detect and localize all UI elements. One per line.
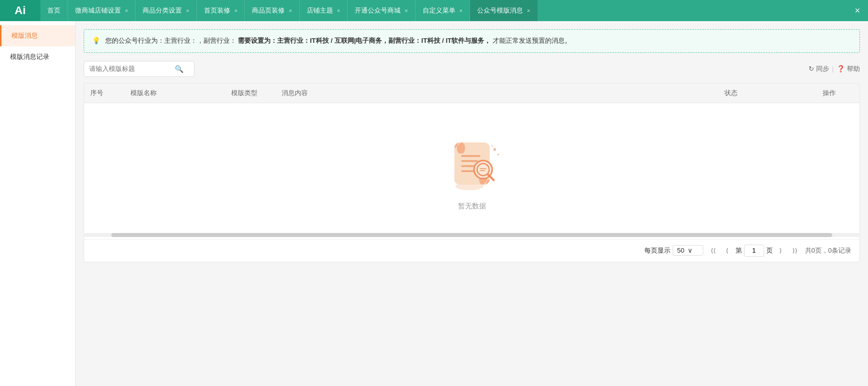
- svg-point-12: [491, 145, 493, 146]
- col-content: 消息内容: [276, 84, 718, 103]
- top-nav: Ai 首页微商城店铺设置×商品分类设置×首页装修×商品页装修×店铺主题×开通公众…: [0, 0, 868, 21]
- nav-tab-2[interactable]: 商品分类设置×: [136, 0, 196, 21]
- search-bar-left: 🔍: [84, 61, 194, 77]
- help-icon: ❓: [837, 65, 845, 72]
- next-page-button[interactable]: ⟩: [775, 245, 787, 257]
- content-area: 💡 您的公众号行业为：主营行业：，副营行业： 需要设置为：主营行业：IT科技 /…: [76, 21, 868, 386]
- nav-tab-7[interactable]: 自定义菜单×: [416, 0, 470, 21]
- notice-text-prefix: 您的公众号行业为：主营行业：，副营行业：: [105, 37, 236, 44]
- prev-page-button[interactable]: ⟨: [721, 245, 733, 257]
- notice-icon: 💡: [92, 37, 100, 44]
- nav-tab-5[interactable]: 店铺主题×: [300, 0, 348, 21]
- notice-highlight: 需要设置为：主营行业：IT科技 / 互联网|电子商务，副营行业：IT科技 / I…: [238, 37, 491, 44]
- nav-tab-3[interactable]: 首页装修×: [197, 0, 245, 21]
- search-bar-right: ↻ 同步 | ❓ 帮助: [809, 64, 860, 73]
- pagination: 每页显示 50 ∨ ⟨⟨ ⟨ 第 页 ⟩ ⟩⟩ 共0页，0条记录: [84, 239, 859, 262]
- logo: Ai: [0, 0, 40, 21]
- tab-close-icon-4[interactable]: ×: [289, 8, 292, 14]
- page-total: 共0页，0条记录: [805, 246, 851, 255]
- sidebar-item-0[interactable]: 模版消息: [0, 25, 75, 46]
- tab-close-icon-7[interactable]: ×: [459, 8, 462, 14]
- table-container: 序号 模版名称 模版类型 消息内容 状态 操作: [84, 83, 860, 262]
- sidebar-item-1[interactable]: 模版消息记录: [0, 46, 75, 67]
- sync-label: 同步: [816, 64, 829, 73]
- page-size-label: 每页显示: [644, 246, 671, 255]
- page-unit: 页: [766, 246, 773, 255]
- col-action: 操作: [799, 84, 859, 103]
- svg-point-10: [493, 148, 496, 150]
- divider: |: [832, 65, 834, 72]
- page-size-dropdown[interactable]: 50 ∨: [673, 245, 703, 256]
- main-layout: 模版消息模版消息记录 💡 您的公众号行业为：主营行业：，副营行业： 需要设置为：…: [0, 21, 868, 386]
- sync-icon: ↻: [809, 65, 814, 72]
- nav-close-button[interactable]: ×: [847, 0, 868, 21]
- page-size-value: 50: [677, 247, 684, 254]
- search-icon[interactable]: 🔍: [175, 65, 187, 73]
- tab-close-icon-6[interactable]: ×: [405, 8, 408, 14]
- page-number-input[interactable]: [744, 245, 764, 257]
- page-label: 第: [736, 246, 742, 255]
- nav-tab-8[interactable]: 公众号模版消息×: [470, 0, 538, 21]
- search-input-wrapper: 🔍: [84, 61, 194, 77]
- scrollbar-track[interactable]: [84, 233, 859, 237]
- scrollbar-thumb[interactable]: [111, 233, 832, 237]
- chevron-down-icon: ∨: [688, 247, 693, 254]
- tab-close-icon-8[interactable]: ×: [527, 8, 530, 14]
- col-status: 状态: [718, 84, 799, 103]
- page-nav: ⟨⟨ ⟨ 第 页 ⟩ ⟩⟩: [707, 245, 801, 257]
- empty-illustration: [442, 133, 502, 194]
- page-size-select: 每页显示 50 ∨: [644, 245, 703, 256]
- svg-point-11: [497, 153, 499, 155]
- tab-close-icon-1[interactable]: ×: [125, 8, 128, 14]
- sync-button[interactable]: ↻ 同步: [809, 64, 829, 73]
- tab-close-icon-5[interactable]: ×: [337, 8, 340, 14]
- nav-tab-4[interactable]: 商品页装修×: [245, 0, 299, 21]
- empty-state: 暂无数据: [84, 103, 859, 231]
- tab-close-icon-2[interactable]: ×: [186, 8, 189, 14]
- search-bar: 🔍 ↻ 同步 | ❓ 帮助: [84, 61, 860, 77]
- sidebar: 模版消息模版消息记录: [0, 21, 76, 386]
- col-type: 模版类型: [225, 84, 276, 103]
- svg-point-6: [477, 164, 489, 176]
- col-seq: 序号: [84, 84, 124, 103]
- search-input[interactable]: [84, 65, 175, 72]
- nav-tab-1[interactable]: 微商城店铺设置×: [68, 0, 136, 21]
- last-page-button[interactable]: ⟩⟩: [789, 245, 801, 257]
- col-name: 模版名称: [124, 84, 225, 103]
- empty-text: 暂无数据: [458, 202, 486, 211]
- first-page-button[interactable]: ⟨⟨: [707, 245, 719, 257]
- tab-close-icon-3[interactable]: ×: [234, 8, 237, 14]
- help-label: 帮助: [847, 64, 860, 73]
- table-header: 序号 模版名称 模版类型 消息内容 状态 操作: [84, 84, 859, 103]
- notice-text-suffix: 才能正常发送预置的消息。: [493, 37, 571, 44]
- help-button[interactable]: ❓ 帮助: [837, 64, 860, 73]
- nav-tab-0[interactable]: 首页: [40, 0, 68, 21]
- nav-tab-6[interactable]: 开通公众号商城×: [348, 0, 415, 21]
- notice-box: 💡 您的公众号行业为：主营行业：，副营行业： 需要设置为：主营行业：IT科技 /…: [84, 29, 860, 53]
- nav-tabs: 首页微商城店铺设置×商品分类设置×首页装修×商品页装修×店铺主题×开通公众号商城…: [40, 0, 847, 21]
